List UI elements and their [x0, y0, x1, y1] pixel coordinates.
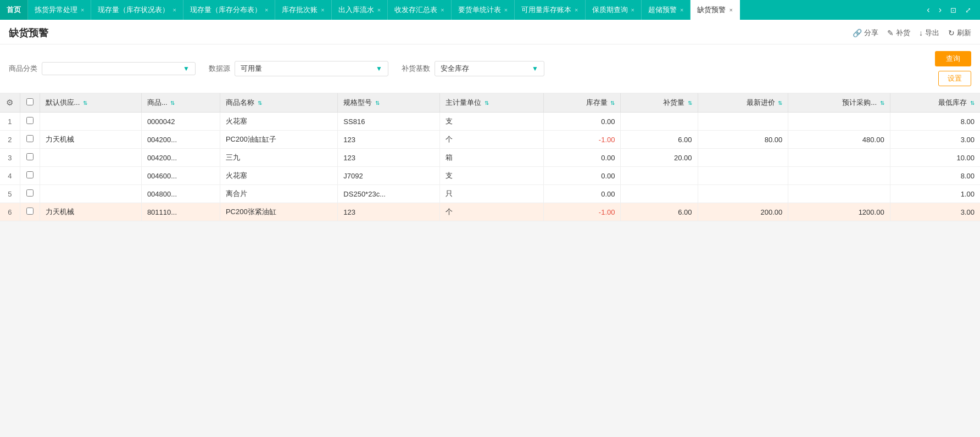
th-spec[interactable]: 规格型号 ⇅: [338, 93, 440, 113]
category-select[interactable]: ▼: [42, 62, 196, 75]
datasource-select[interactable]: 可用量 ▼: [235, 61, 388, 76]
row-check[interactable]: [20, 167, 40, 185]
th-unit-label: 主计量单位: [446, 98, 481, 107]
th-restock-qty[interactable]: 补货量 ⇅: [621, 93, 698, 113]
cell-spec: J7092: [338, 167, 440, 185]
close-kucunpici-icon[interactable]: ×: [321, 7, 324, 13]
query-button[interactable]: 查询: [935, 51, 971, 66]
cell-product-code: 004200...: [141, 131, 220, 149]
datasource-filter-group: 数据源 可用量 ▼: [209, 61, 388, 76]
min-stock-sort-icon: ⇅: [970, 100, 975, 106]
cell-supplier: 力天机械: [40, 131, 141, 149]
cell-supplier: 力天机械: [40, 203, 141, 221]
export-icon: ↓: [919, 29, 923, 37]
nav-tab-churuku[interactable]: 出入库流水 ×: [332, 0, 388, 20]
close-jianhuo-icon[interactable]: ×: [81, 7, 84, 13]
close-keyongliang-icon[interactable]: ×: [575, 7, 578, 13]
close-xiancunliang2-icon[interactable]: ×: [265, 7, 268, 13]
row-checkbox[interactable]: [26, 171, 34, 178]
nav-tab-quehuo[interactable]: 缺货预警 ×: [691, 0, 739, 20]
close-shoufacun-icon[interactable]: ×: [441, 7, 444, 13]
nav-tab-keyongliang[interactable]: 可用量库存账本 ×: [515, 0, 585, 20]
stock-sort-icon: ⇅: [610, 100, 615, 106]
nav-tab-kucunpici[interactable]: 库存批次账 ×: [275, 0, 331, 20]
xiancunliang1-tab-label: 现存量（库存状况表）: [98, 5, 169, 15]
row-checkbox[interactable]: [26, 135, 34, 142]
row-check[interactable]: [20, 113, 40, 131]
cell-latest-price: 200.00: [698, 203, 788, 221]
row-index: 5: [0, 185, 20, 203]
th-est-purchase[interactable]: 预计采购... ⇅: [788, 93, 890, 113]
cell-est-purchase: 480.00: [788, 131, 890, 149]
nav-prev-icon[interactable]: ‹: [922, 5, 934, 15]
nav-tab-baozhi[interactable]: 保质期查询 ×: [586, 0, 642, 20]
row-check[interactable]: [20, 203, 40, 221]
close-chaochuyujing-icon[interactable]: ×: [680, 7, 683, 13]
cell-unit: 支: [440, 113, 544, 131]
close-yaohuo-icon[interactable]: ×: [504, 7, 508, 13]
row-index: 4: [0, 167, 20, 185]
close-churuku-icon[interactable]: ×: [377, 7, 381, 13]
export-label: 导出: [925, 28, 939, 38]
th-unit[interactable]: 主计量单位 ⇅: [440, 93, 544, 113]
cell-spec: SS816: [338, 113, 440, 131]
nav-windows-icon[interactable]: ⊡: [946, 6, 961, 14]
th-min-stock-label: 最低库存: [938, 98, 967, 107]
est-purchase-sort-icon: ⇅: [880, 100, 884, 106]
cell-min-stock: 8.00: [890, 113, 980, 131]
nav-tab-xiancunliang2[interactable]: 现存量（库存分布表） ×: [183, 0, 275, 20]
share-icon: 🔗: [853, 29, 862, 37]
restock-button[interactable]: ✎ 补货: [887, 28, 910, 38]
cell-restock-qty: 20.00: [621, 149, 698, 167]
cell-unit: 个: [440, 203, 544, 221]
nav-tab-yaohuo[interactable]: 要货单统计表 ×: [452, 0, 515, 20]
restock-base-select[interactable]: 安全库存 ▼: [435, 61, 544, 76]
unit-sort-icon: ⇅: [485, 100, 489, 106]
share-button[interactable]: 🔗 分享: [853, 28, 878, 38]
nav-tab-chaochuyujing[interactable]: 超储预警 ×: [642, 0, 691, 20]
select-all-checkbox[interactable]: [26, 98, 34, 105]
row-checkbox[interactable]: [26, 189, 34, 197]
datasource-label: 数据源: [209, 64, 230, 74]
cell-est-purchase: [788, 149, 890, 167]
baozhi-tab-label: 保质期查询: [592, 5, 628, 15]
th-product-code[interactable]: 商品... ⇅: [141, 93, 220, 113]
row-checkbox[interactable]: [26, 117, 34, 124]
close-xiancunliang1-icon[interactable]: ×: [172, 7, 176, 13]
chaochuyujing-tab-label: 超储预警: [648, 5, 677, 15]
th-check[interactable]: [20, 93, 40, 113]
category-label: 商品分类: [9, 64, 37, 74]
th-supplier[interactable]: 默认供应... ⇅: [40, 93, 141, 113]
th-stock-label: 库存量: [586, 98, 608, 107]
close-baozhi-icon[interactable]: ×: [631, 7, 634, 13]
row-check[interactable]: [20, 149, 40, 167]
cell-stock: 0.00: [544, 185, 621, 203]
nav-tab-jianhuo[interactable]: 拣货异常处理 ×: [28, 0, 91, 20]
nav-tab-shoufacun[interactable]: 收发存汇总表 ×: [388, 0, 451, 20]
th-gear[interactable]: ⚙: [0, 93, 20, 113]
nav-tab-home[interactable]: 首页: [0, 0, 28, 20]
refresh-button[interactable]: ↻ 刷新: [948, 28, 971, 38]
gear-icon[interactable]: ⚙: [6, 98, 13, 107]
close-quehuo-icon[interactable]: ×: [729, 7, 732, 13]
th-min-stock[interactable]: 最低库存 ⇅: [890, 93, 980, 113]
cell-product-name: 离合片: [220, 185, 337, 203]
cell-product-name: PC200油缸缸子: [220, 131, 337, 149]
row-check[interactable]: [20, 131, 40, 149]
xiancunliang2-tab-label: 现存量（库存分布表）: [190, 5, 261, 15]
row-check[interactable]: [20, 185, 40, 203]
th-product-name[interactable]: 商品名称 ⇅: [220, 93, 337, 113]
cell-product-name: 三九: [220, 149, 337, 167]
spec-sort-icon: ⇅: [375, 100, 380, 106]
cell-latest-price: 80.00: [698, 131, 788, 149]
cell-est-purchase: [788, 167, 890, 185]
th-stock[interactable]: 库存量 ⇅: [544, 93, 621, 113]
settings-button[interactable]: 设置: [938, 71, 971, 86]
nav-fullscreen-icon[interactable]: ⤢: [961, 6, 976, 14]
nav-tab-xiancunliang1[interactable]: 现存量（库存状况表） ×: [91, 0, 183, 20]
row-checkbox[interactable]: [26, 208, 34, 215]
export-button[interactable]: ↓ 导出: [919, 28, 939, 38]
th-latest-price[interactable]: 最新进价 ⇅: [698, 93, 788, 113]
row-checkbox[interactable]: [26, 153, 34, 160]
nav-next-icon[interactable]: ›: [934, 5, 946, 15]
